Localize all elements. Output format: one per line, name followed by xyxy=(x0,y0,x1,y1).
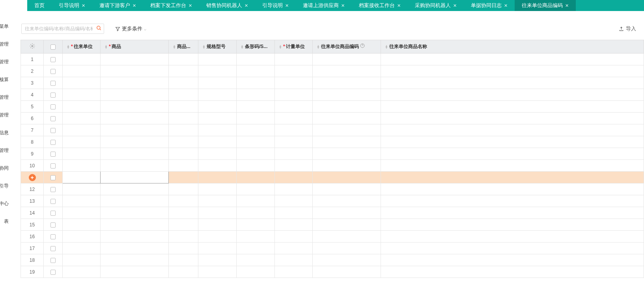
cell[interactable] xyxy=(237,231,275,243)
cell[interactable] xyxy=(169,124,198,136)
table-row[interactable]: 6 xyxy=(21,113,644,124)
cell[interactable] xyxy=(237,266,275,278)
row-checkbox[interactable] xyxy=(50,140,56,145)
cell[interactable] xyxy=(169,136,198,148)
cell[interactable] xyxy=(381,207,644,219)
cell[interactable] xyxy=(63,77,101,89)
cell[interactable] xyxy=(63,124,101,136)
cell[interactable] xyxy=(101,219,169,231)
row-checkbox[interactable] xyxy=(50,152,56,157)
row-checkbox[interactable] xyxy=(50,104,56,109)
cell[interactable] xyxy=(381,148,644,160)
cell[interactable] xyxy=(275,231,313,243)
sidebar-item[interactable]: 信息 xyxy=(0,124,9,142)
cell[interactable] xyxy=(381,113,644,124)
cell[interactable] xyxy=(101,65,169,77)
add-row-button[interactable]: + xyxy=(29,174,36,181)
cell[interactable] xyxy=(275,266,313,278)
cell[interactable] xyxy=(63,148,101,160)
cell[interactable] xyxy=(101,148,169,160)
cell[interactable] xyxy=(237,160,275,172)
cell[interactable] xyxy=(237,243,275,254)
cell[interactable] xyxy=(313,207,381,219)
table-row[interactable]: 15 xyxy=(21,219,644,231)
cell[interactable] xyxy=(63,101,101,113)
cell[interactable] xyxy=(275,148,313,160)
table-row[interactable]: 5 xyxy=(21,101,644,113)
cell[interactable] xyxy=(381,124,644,136)
cell[interactable] xyxy=(313,195,381,207)
cell[interactable] xyxy=(275,89,313,101)
table-row[interactable]: 7 xyxy=(21,124,644,136)
sidebar-item[interactable]: 管理 xyxy=(0,142,9,159)
cell[interactable] xyxy=(313,254,381,266)
row-checkbox[interactable] xyxy=(50,199,56,204)
cell[interactable] xyxy=(275,254,313,266)
cell[interactable] xyxy=(275,183,313,195)
tab[interactable]: 档案下发工作台✕ xyxy=(143,0,199,11)
table-row[interactable]: 12 xyxy=(21,183,644,195)
cell[interactable] xyxy=(381,54,644,65)
sidebar-item[interactable]: 管理 xyxy=(0,35,9,53)
col-goods[interactable]: ▲▼*商品 xyxy=(101,40,169,54)
col-unit[interactable]: ▲▼*计量单位 xyxy=(275,40,313,54)
cell[interactable] xyxy=(237,54,275,65)
row-checkbox[interactable] xyxy=(50,175,56,180)
cell[interactable] xyxy=(237,183,275,195)
cell[interactable] xyxy=(275,136,313,148)
cell[interactable] xyxy=(275,77,313,89)
cell[interactable] xyxy=(63,219,101,231)
cell[interactable] xyxy=(237,172,275,183)
cell[interactable] xyxy=(313,136,381,148)
row-checkbox[interactable] xyxy=(50,187,56,192)
table-row[interactable]: 10 xyxy=(21,160,644,172)
row-checkbox[interactable] xyxy=(50,93,56,98)
cell[interactable] xyxy=(275,54,313,65)
col-spec[interactable]: ▲▼规格型号 xyxy=(198,40,237,54)
cell[interactable] xyxy=(381,231,644,243)
close-icon[interactable]: ✕ xyxy=(565,3,569,8)
cell[interactable] xyxy=(198,183,237,195)
row-checkbox[interactable] xyxy=(50,211,56,216)
cell[interactable] xyxy=(63,207,101,219)
cell[interactable] xyxy=(198,172,237,183)
tab[interactable]: 采购协同机器人✕ xyxy=(408,0,464,11)
cell[interactable] xyxy=(275,195,313,207)
cell[interactable] xyxy=(169,101,198,113)
cell[interactable] xyxy=(275,101,313,113)
col-partner-code[interactable]: ▲▼往来单位商品编码 xyxy=(313,40,381,54)
col-partner-name[interactable]: ▲▼往来单位商品名称 xyxy=(381,40,644,54)
cell[interactable] xyxy=(101,77,169,89)
cell[interactable] xyxy=(313,172,381,183)
cell[interactable] xyxy=(198,195,237,207)
row-checkbox[interactable] xyxy=(50,69,56,74)
cell[interactable] xyxy=(101,231,169,243)
cell[interactable] xyxy=(237,219,275,231)
cell[interactable] xyxy=(275,243,313,254)
row-checkbox[interactable] xyxy=(50,116,56,121)
cell[interactable] xyxy=(101,195,169,207)
cell[interactable] xyxy=(381,183,644,195)
cell[interactable] xyxy=(381,254,644,266)
cell[interactable] xyxy=(275,65,313,77)
cell[interactable] xyxy=(63,160,101,172)
cell[interactable] xyxy=(237,148,275,160)
cell[interactable] xyxy=(63,266,101,278)
cell[interactable] xyxy=(381,101,644,113)
cell[interactable] xyxy=(237,207,275,219)
cell[interactable] xyxy=(313,65,381,77)
tab[interactable]: 档案接收工作台✕ xyxy=(352,0,408,11)
tab[interactable]: 往来单位商品编码✕ xyxy=(515,0,576,11)
cell[interactable] xyxy=(381,89,644,101)
cell[interactable] xyxy=(101,136,169,148)
cell[interactable] xyxy=(63,183,101,195)
cell[interactable] xyxy=(313,113,381,124)
cell[interactable] xyxy=(63,54,101,65)
row-checkbox[interactable] xyxy=(50,258,56,263)
cell[interactable] xyxy=(101,172,169,183)
cell[interactable] xyxy=(169,54,198,65)
cell[interactable] xyxy=(63,89,101,101)
table-row[interactable]: + xyxy=(21,172,644,183)
cell[interactable] xyxy=(237,89,275,101)
cell[interactable] xyxy=(313,219,381,231)
